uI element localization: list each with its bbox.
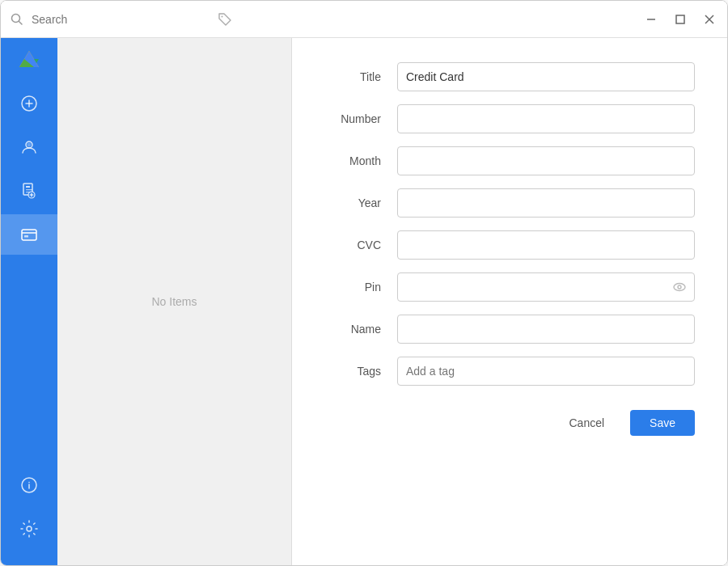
svg-point-24	[28, 482, 30, 484]
title-label: Title	[324, 70, 381, 83]
maximize-button[interactable]	[672, 11, 688, 27]
sidebar-item-add[interactable]	[1, 83, 57, 124]
info-icon	[19, 475, 39, 495]
year-label: Year	[324, 196, 381, 209]
form-panel: Title Number Month Year CVC	[292, 38, 727, 565]
name-input[interactable]	[397, 315, 695, 344]
sidebar-nav	[1, 83, 57, 465]
tags-row: Tags	[324, 357, 695, 386]
sidebar	[1, 38, 57, 565]
form-actions: Cancel Save	[324, 410, 695, 436]
sidebar-item-cards[interactable]	[1, 214, 57, 255]
svg-point-11	[28, 143, 32, 147]
card-icon	[19, 225, 39, 244]
main-content: No Items Title Number Month Year	[1, 38, 727, 565]
number-label: Number	[324, 112, 381, 125]
app-window: No Items Title Number Month Year	[0, 0, 728, 566]
document-icon	[19, 181, 39, 201]
title-bar-left	[11, 12, 643, 27]
close-button[interactable]	[701, 11, 717, 27]
svg-point-27	[678, 285, 681, 289]
svg-point-26	[674, 284, 685, 291]
year-input[interactable]	[397, 188, 695, 218]
number-input[interactable]	[397, 104, 695, 133]
svg-line-1	[19, 21, 23, 24]
cvc-input[interactable]	[397, 230, 695, 260]
sidebar-bottom	[1, 465, 57, 557]
cancel-button[interactable]: Cancel	[552, 410, 620, 436]
tags-label: Tags	[324, 365, 381, 378]
save-button[interactable]: Save	[630, 410, 695, 436]
sidebar-item-documents[interactable]	[1, 171, 57, 211]
svg-rect-14	[26, 189, 32, 190]
month-label: Month	[324, 154, 381, 167]
eye-icon[interactable]	[672, 280, 687, 294]
plus-icon	[19, 94, 39, 113]
sidebar-item-contacts[interactable]	[1, 127, 57, 167]
search-icon	[11, 13, 23, 26]
name-row: Name	[324, 315, 695, 344]
tag-icon[interactable]	[218, 12, 232, 27]
sidebar-item-settings[interactable]	[1, 509, 57, 549]
svg-point-2	[222, 15, 223, 17]
svg-rect-13	[26, 186, 30, 188]
person-icon	[19, 137, 39, 157]
cvc-label: CVC	[324, 239, 381, 251]
gear-icon	[19, 519, 39, 539]
search-input[interactable]	[32, 13, 193, 26]
title-bar	[1, 1, 727, 38]
pin-label: Pin	[324, 281, 381, 294]
pin-input[interactable]	[397, 272, 695, 302]
sidebar-item-info[interactable]	[1, 465, 57, 505]
no-items-label: No Items	[151, 295, 197, 308]
svg-point-25	[27, 526, 32, 531]
tags-input[interactable]	[397, 357, 695, 386]
month-input[interactable]	[397, 146, 695, 175]
month-row: Month	[324, 146, 695, 175]
pin-row: Pin	[324, 272, 695, 302]
title-input[interactable]	[397, 62, 695, 91]
svg-rect-19	[22, 230, 36, 240]
pin-input-wrapper	[397, 272, 695, 302]
minimize-button[interactable]	[643, 11, 659, 27]
svg-rect-4	[676, 15, 684, 23]
name-label: Name	[324, 323, 381, 336]
list-panel: No Items	[57, 38, 292, 565]
window-controls	[643, 11, 717, 27]
app-logo	[15, 46, 44, 75]
year-row: Year	[324, 188, 695, 218]
svg-rect-21	[24, 235, 28, 238]
number-row: Number	[324, 104, 695, 133]
title-row: Title	[324, 62, 695, 91]
cvc-row: CVC	[324, 230, 695, 260]
